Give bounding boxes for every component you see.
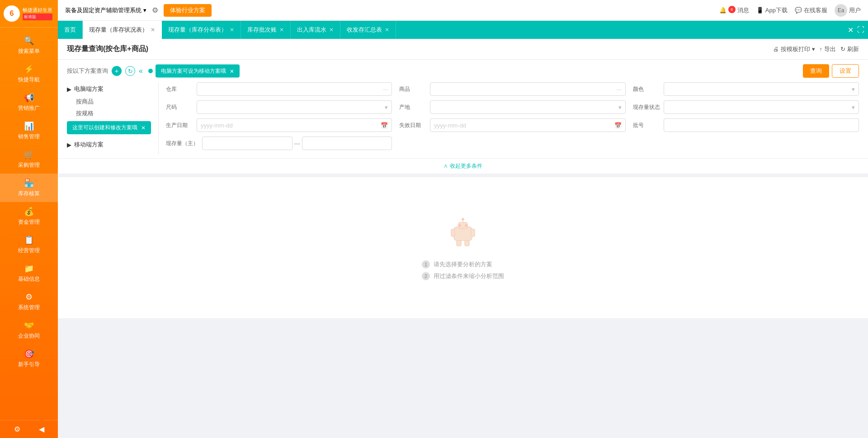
- settings-icon[interactable]: ⚙: [152, 6, 158, 14]
- exp-date-input[interactable]: yyyy-mm-dd 📅: [430, 118, 625, 132]
- sidebar-item-sales[interactable]: 📊 销售管理: [0, 117, 58, 145]
- goods-select[interactable]: ···: [430, 82, 625, 96]
- operation-icon: 📋: [24, 235, 34, 245]
- dropdown-arrow-icon: ▾: [618, 104, 622, 111]
- sidebar-item-marketing[interactable]: 📢 营销推广: [0, 88, 58, 117]
- filter-add-btn[interactable]: +: [112, 66, 122, 76]
- mobile-scheme-label: 移动端方案: [74, 141, 104, 149]
- query-btn[interactable]: 查询: [803, 64, 829, 78]
- header-right: 🔔 6 App下载 消息 📱 App下载 💬 在线客服 Ea 用户: [719, 4, 861, 17]
- sidebar-item-finance[interactable]: 💰 资金管理: [0, 202, 58, 231]
- filter-row-header: 按以下方案查询 + ↻ « 电脑方案可设为移动方案哦 ✕: [67, 64, 859, 78]
- batch-label: 批号: [633, 122, 660, 129]
- tab-expand-icon[interactable]: ⛶: [857, 26, 864, 34]
- sidebar-item-purchase[interactable]: 🛒 采购管理: [0, 145, 58, 174]
- mobile-scheme-header[interactable]: ▶ 移动端方案: [67, 138, 151, 151]
- batch-input[interactable]: [664, 118, 859, 132]
- app-download-btn[interactable]: 📱 App下载: [756, 6, 788, 14]
- notification-btn[interactable]: 🔔 6 App下载 消息: [719, 6, 749, 14]
- pc-scheme-arrow: ▶: [67, 86, 71, 93]
- tab-close-icon[interactable]: ✕: [329, 27, 334, 33]
- empty-state: 1 请先选择要分析的方案 2 用过滤条件来缩小分析范围: [58, 177, 868, 318]
- search-icon: 🔍: [24, 36, 34, 46]
- divider: [158, 82, 159, 155]
- warehouse-label: 仓库: [166, 85, 193, 93]
- tab-inout-label: 出入库流水: [297, 26, 326, 34]
- tab-batch[interactable]: 库存批次账 ✕: [241, 21, 291, 39]
- filter-row-2: 尺码 ▾ 产地 ▾: [166, 100, 859, 114]
- basic-icon: 📁: [24, 264, 34, 273]
- purchase-icon: 🛒: [24, 150, 34, 160]
- filter-row-1: 仓库 ··· 商品 ···: [166, 82, 859, 96]
- connector-dot: [148, 69, 153, 73]
- tab-batch-label: 库存批次账: [247, 26, 277, 34]
- pc-scheme-header[interactable]: ▶ 电脑端方案: [67, 82, 151, 96]
- sidebar-item-system[interactable]: ⚙ 系统管理: [0, 287, 58, 316]
- inv-qty-min[interactable]: [202, 137, 292, 150]
- filter-field-size: 尺码 ▾: [166, 100, 392, 114]
- tab-close-icon[interactable]: ✕: [385, 27, 389, 33]
- size-select[interactable]: ▾: [197, 100, 392, 114]
- sidebar-item-quick[interactable]: ⚡ 快捷导航: [0, 60, 58, 88]
- sidebar-item-enterprise[interactable]: 🤝 企业协同: [0, 316, 58, 344]
- filter-section: 现存量查询(按仓库+商品) 🖨 按模板打印 ▾ ↑ 导出 ↻: [58, 39, 868, 174]
- inv-qty-label: 现存量（主）: [166, 140, 198, 147]
- filter-refresh-btn[interactable]: ↻: [125, 66, 135, 76]
- dropdown-arrow-icon: ▾: [385, 104, 388, 111]
- tab-home[interactable]: 首页: [58, 21, 83, 39]
- filter-back-btn[interactable]: «: [139, 67, 143, 75]
- export-btn[interactable]: ↑ 导出: [820, 45, 836, 53]
- tab-close-all-icon[interactable]: ✕: [848, 26, 854, 34]
- guide-icon: 🎯: [24, 349, 34, 359]
- dropdown-arrow-icon: ▾: [852, 104, 855, 111]
- online-support-btn[interactable]: 💬 在线客服: [795, 6, 827, 14]
- sidebar-collapse-btn[interactable]: ◀: [39, 425, 44, 433]
- empty-illustration: [445, 213, 481, 250]
- tooltip-close-btn[interactable]: ✕: [230, 68, 234, 74]
- system-dropdown[interactable]: 装备及固定资产辅助管理系统 ▾: [65, 6, 146, 14]
- scheme-item-spec[interactable]: 按规格: [67, 108, 151, 119]
- sidebar-item-guide[interactable]: 🎯 新手引导: [0, 344, 58, 373]
- tab-inventory-dist[interactable]: 现存量（库存分布表） ✕: [162, 21, 241, 39]
- sidebar-settings-btn[interactable]: ⚙: [14, 425, 20, 433]
- create-tooltip-close-btn[interactable]: ✕: [141, 125, 146, 131]
- sidebar-item-label: 销售管理: [18, 133, 40, 141]
- print-template-btn[interactable]: 🖨 按模板打印 ▾: [773, 45, 815, 53]
- tab-collection-label: 收发存汇总表: [347, 26, 382, 34]
- sidebar-item-label: 新手引导: [18, 361, 40, 368]
- sidebar-item-inventory[interactable]: 🏪 库存核算: [0, 174, 58, 202]
- message-label: 消息: [737, 6, 749, 14]
- color-label: 颜色: [633, 85, 660, 93]
- tab-close-icon[interactable]: ✕: [230, 27, 234, 33]
- sidebar-item-label: 经营管理: [18, 247, 40, 254]
- sidebar-item-label: 营销推广: [18, 104, 40, 112]
- tab-close-icon[interactable]: ✕: [279, 27, 284, 33]
- system-name: 装备及固定资产辅助管理系统: [65, 6, 142, 14]
- dots-icon: ···: [617, 86, 622, 93]
- tab-inventory-status-label: 现存量（库存状况表）: [89, 26, 148, 34]
- prod-date-input[interactable]: yyyy-mm-dd 📅: [197, 118, 392, 132]
- filter-field-origin: 产地 ▾: [399, 100, 625, 114]
- tab-collection[interactable]: 收发存汇总表 ✕: [340, 21, 396, 39]
- tab-close-icon[interactable]: ✕: [151, 27, 155, 33]
- inv-status-select[interactable]: ▾: [664, 100, 859, 114]
- logo-badge: 标准版: [23, 14, 52, 20]
- tab-inventory-status[interactable]: 现存量（库存状况表） ✕: [83, 21, 162, 39]
- industry-btn[interactable]: 体验行业方案: [164, 4, 212, 17]
- filter-field-goods: 商品 ···: [399, 82, 625, 96]
- sidebar-item-basic[interactable]: 📁 基础信息: [0, 259, 58, 287]
- color-select[interactable]: ▾: [664, 82, 859, 96]
- scheme-item-goods[interactable]: 按商品: [67, 96, 151, 108]
- tab-inout[interactable]: 出入库流水 ✕: [291, 21, 340, 39]
- origin-select[interactable]: ▾: [430, 100, 625, 114]
- refresh-btn[interactable]: ↻ 刷新: [840, 45, 859, 53]
- sidebar-item-search[interactable]: 🔍 搜索菜单: [0, 31, 58, 60]
- user-menu[interactable]: Ea 用户: [835, 4, 861, 17]
- collapse-bar[interactable]: ∧ 收起更多条件: [58, 158, 868, 174]
- warehouse-select[interactable]: ···: [197, 82, 392, 96]
- filter-field-inv-status: 现存量状态 ▾: [633, 100, 859, 114]
- settings-query-btn[interactable]: 设置: [832, 64, 859, 78]
- sidebar-item-operation[interactable]: 📋 经营管理: [0, 231, 58, 259]
- sidebar-item-label: 采购管理: [18, 161, 40, 169]
- inv-qty-max[interactable]: [302, 137, 392, 150]
